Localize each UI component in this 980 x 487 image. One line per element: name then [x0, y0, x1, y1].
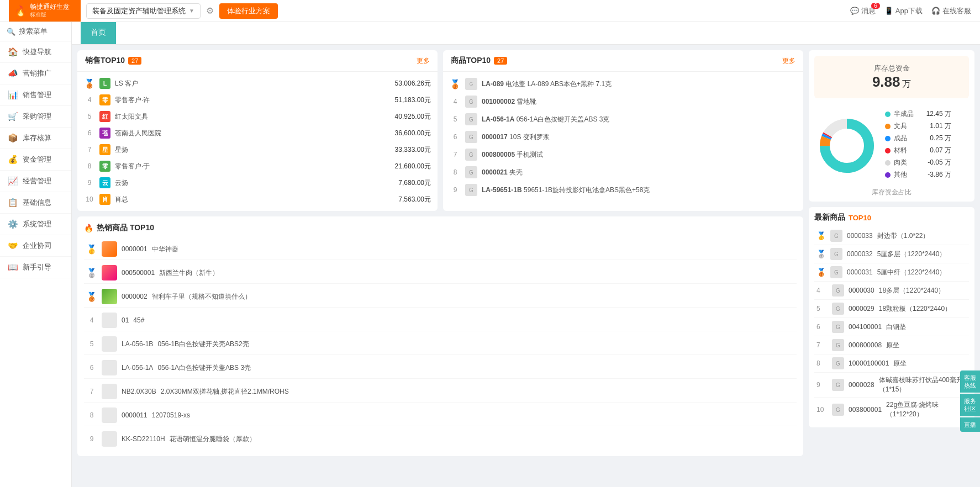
- float-customer-service[interactable]: 客服热线: [960, 370, 980, 393]
- rank-number: 9: [816, 381, 828, 389]
- legend-item-finished: 成品 0.25 万: [885, 134, 951, 143]
- customer-name: 肖总: [115, 195, 394, 204]
- sidebar-search[interactable]: 🔍 搜索菜单: [0, 22, 71, 41]
- rank-medal: 🥈: [816, 250, 826, 258]
- inventory-total: 库存总资金 9.88 万: [814, 56, 969, 98]
- rank-medal-3: 🥉: [450, 79, 461, 89]
- product-thumbnail: [102, 384, 117, 399]
- selector-label: 装备及固定资产辅助管理系统: [92, 6, 186, 16]
- main-layout: 🔍 搜索菜单 🏠 快捷导航 📣 营销推广 📊 销售管理 🛒 采购管理 📦 库存核…: [0, 22, 980, 487]
- list-item: 8 G 10000100001 原坐: [814, 354, 969, 373]
- topbar: 🔥 畅捷通好生意 标准版 装备及固定资产辅助管理系统 ▼ ⚙ 体验行业方案 💬 …: [0, 0, 980, 22]
- hot-products-card: 🔥 热销商品 TOP10 🥇 0000001 中华神器 🥈: [77, 216, 803, 456]
- rank-number: 9: [450, 186, 461, 194]
- sidebar-item-operations[interactable]: 📈 经营管理: [0, 171, 71, 192]
- app-download-button[interactable]: 📱 App下载: [884, 6, 923, 16]
- settings-icon[interactable]: ⚙: [206, 6, 214, 16]
- customer-amount: 36,600.00元: [395, 129, 431, 138]
- product-code: 0000029: [849, 305, 874, 313]
- list-item: 5 LA-056-1B 056-1B白色按键开关壳ABS2壳: [84, 334, 797, 355]
- trial-button[interactable]: 体验行业方案: [219, 3, 278, 19]
- list-item: 🥈 000500001 新西兰牛肉（新牛）: [84, 262, 797, 284]
- donut-chart-area: 半成品 12.45 万 文具 1.01 万 成品 0: [809, 104, 974, 188]
- product-thumb: G: [830, 248, 842, 260]
- float-live[interactable]: 直播: [960, 417, 980, 432]
- rank-number: 6: [84, 129, 95, 137]
- handshake-icon: 🤝: [8, 241, 18, 251]
- product-code: NB2.0X30B: [122, 388, 156, 395]
- product-name: 封边带（1.0*22）: [877, 231, 930, 241]
- app-label: App下载: [895, 6, 923, 16]
- sidebar-item-guide[interactable]: 📖 新手引导: [0, 257, 71, 278]
- list-item: 10 G 003800001 22g鱼豆腐·烧烤味（1*12*20）: [814, 398, 969, 422]
- sidebar-item-quicknav[interactable]: 🏠 快捷导航: [0, 41, 71, 63]
- logo-sub: 标准版: [30, 11, 70, 19]
- new-products-list: 🥇 G 0000033 封边带（1.0*22） 🥈 G 0000032 5厘多层…: [814, 227, 969, 422]
- product-code: KK-SD22110H: [122, 435, 165, 443]
- rank-number: 4: [86, 316, 97, 324]
- product-code: 003800001: [849, 406, 882, 414]
- trend-icon: 📈: [8, 176, 18, 186]
- product-code: 0000032: [847, 250, 873, 258]
- product-thumbnail: [102, 265, 117, 280]
- rank-medal: 🥇: [816, 231, 826, 240]
- tab-home[interactable]: 首页: [81, 22, 116, 44]
- float-community[interactable]: 服务社区: [960, 394, 980, 416]
- sidebar-item-cooperation[interactable]: 🤝 企业协同: [0, 235, 71, 257]
- product-name: 体碱嘉枝味苏打饮品400毫升（1*15）: [879, 375, 967, 394]
- list-item: 5 G 0000029 18颗粒板（1220*2440）: [814, 300, 969, 318]
- rank-number: 8: [450, 168, 461, 176]
- product-info: LA-089 电池盖 LA-089 ABS本色+黑种 7.1克: [482, 80, 797, 89]
- sidebar-label-marketing: 营销推广: [23, 68, 51, 78]
- product-thumb: G: [832, 357, 844, 369]
- product-thumb: G: [465, 78, 477, 90]
- sidebar-item-system[interactable]: ⚙️ 系统管理: [0, 214, 71, 235]
- online-service-button[interactable]: 🎧 在线客服: [931, 6, 971, 16]
- rank-number: 8: [86, 411, 97, 419]
- sidebar-label-purchase: 采购管理: [23, 112, 51, 121]
- product-name: 056-1A白色按键开关盖ABS 3壳: [157, 363, 251, 373]
- rank-number: 7: [84, 146, 95, 153]
- list-item: 🥈 G 0000032 5厘多层（1220*2440）: [814, 245, 969, 263]
- list-item: 4 G 0000030 18多层（1220*2440）: [814, 282, 969, 300]
- sidebar-item-finance[interactable]: 💰 资金管理: [0, 149, 71, 171]
- rank-number: 4: [816, 287, 828, 294]
- legend-item-other: 其他 -3.86 万: [885, 170, 951, 179]
- table-row: 5 红 红太阳文具 40,925.00元: [77, 108, 438, 125]
- goods-top10-more[interactable]: 更多: [782, 56, 795, 66]
- system-selector[interactable]: 装备及固定资产辅助管理系统 ▼: [86, 3, 201, 19]
- product-code: 0000002: [122, 293, 147, 300]
- sidebar-item-purchase[interactable]: 🛒 采购管理: [0, 106, 71, 128]
- product-thumb: G: [465, 113, 477, 125]
- message-button[interactable]: 💬 消息 6: [850, 6, 876, 16]
- sidebar-label-cooperation: 企业协同: [23, 241, 51, 251]
- rank-number: 4: [450, 98, 461, 105]
- product-thumb: G: [832, 284, 844, 297]
- product-code: 0000011: [122, 411, 147, 419]
- sidebar-item-basics[interactable]: 📋 基础信息: [0, 192, 71, 214]
- product-thumbnail: [102, 360, 117, 375]
- goods-top10-list: 🥉 G LA-089 电池盖 LA-089 ABS本色+黑种 7.1克 4 G …: [443, 72, 803, 202]
- sidebar-label-sales: 销售管理: [23, 90, 51, 100]
- rank-number: 9: [86, 435, 97, 443]
- product-thumbnail: [102, 407, 117, 423]
- rank-number: 7: [450, 151, 461, 158]
- sidebar-item-marketing[interactable]: 📣 营销推广: [0, 63, 71, 84]
- product-thumbnail: [102, 241, 117, 257]
- sidebar-item-sales[interactable]: 📊 销售管理: [0, 84, 71, 106]
- customer-name: 云扬: [115, 178, 394, 188]
- product-code: 0000001: [122, 245, 147, 253]
- product-code: 0000031: [847, 268, 873, 276]
- product-code: LA-056-1B: [122, 340, 153, 348]
- product-name: 花语萌恒温分腿睡袋（厚款）: [170, 435, 256, 444]
- customer-amount: 7,563.00元: [398, 195, 431, 204]
- legend-item-meat: 肉类 -0.05 万: [885, 158, 951, 167]
- sidebar-item-inventory[interactable]: 📦 库存核算: [0, 128, 71, 149]
- product-code: 01: [122, 316, 129, 324]
- customer-top10-more[interactable]: 更多: [417, 56, 430, 66]
- service-label: 在线客服: [942, 6, 971, 16]
- avatar: 零: [99, 161, 110, 172]
- rank-number: 5: [450, 115, 461, 123]
- chart-icon: 📊: [8, 90, 18, 100]
- search-menu-button[interactable]: 🔍 搜索菜单: [7, 27, 65, 36]
